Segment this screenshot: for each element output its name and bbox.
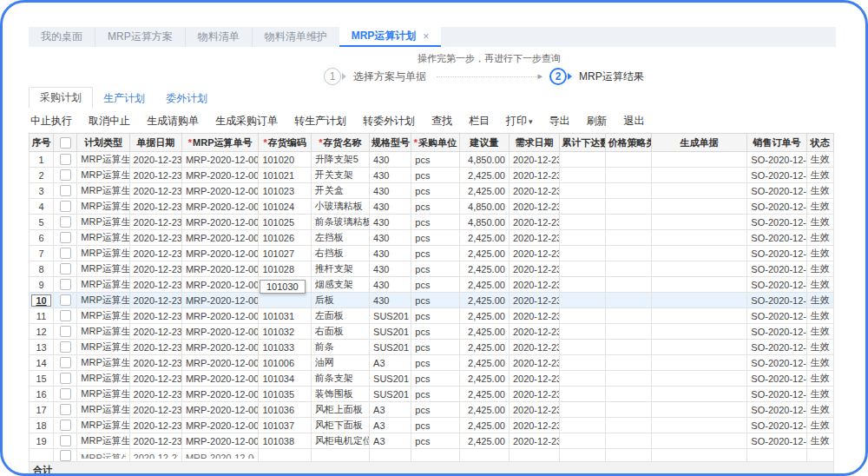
top-tab-1[interactable]: MRP运算方案: [95, 27, 185, 47]
cell-code: 101034: [259, 371, 311, 387]
table-row[interactable]: 5MRP运算生成2020-12-23MRP-2020-12-0021101025…: [30, 215, 834, 230]
cell-docDate: 2020-12-23: [129, 324, 181, 340]
table-row[interactable]: 17MRP运算生成2020-12-23MRP-2020-12-002110103…: [30, 402, 834, 418]
column-header-name[interactable]: *存货名称: [311, 134, 369, 152]
table-row[interactable]: 3MRP运算生成2020-12-23MRP-2020-12-0021101023…: [30, 183, 834, 199]
table-row[interactable]: 7MRP运算生成2020-12-23MRP-2020-12-0021101027…: [30, 246, 834, 261]
column-header-spec[interactable]: 规格型号: [370, 134, 411, 152]
cell-priceType: [606, 199, 651, 215]
cell-genDoc: [651, 199, 747, 215]
table-row[interactable]: 4MRP运算生成2020-12-23MRP-2020-12-0021101024…: [30, 199, 834, 215]
cell-genDoc: [651, 230, 747, 246]
tab-close-icon[interactable]: ×: [423, 30, 429, 43]
cell-check: [54, 387, 77, 402]
toolbar-button-5[interactable]: 转委外计划: [363, 114, 415, 129]
cell-demandDate: 2020-12-23: [509, 340, 559, 355]
top-tab-0[interactable]: 我的桌面: [29, 27, 95, 47]
row-checkbox[interactable]: [60, 420, 71, 431]
table-row[interactable]: 2MRP运算生成2020-12-23MRP-2020-12-0021101021…: [30, 168, 834, 183]
row-checkbox[interactable]: [60, 216, 71, 228]
row-checkbox[interactable]: [60, 388, 71, 400]
toolbar-button-6[interactable]: 查找: [431, 114, 452, 129]
column-header-priceType[interactable]: 价格策略类型: [606, 134, 651, 152]
column-header-code[interactable]: *存货编码: [259, 134, 311, 152]
table-row[interactable]: 19MRP运算生成2020-12-23MRP-2020-12-002110103…: [30, 433, 834, 449]
seq-edit-box[interactable]: 10: [31, 294, 50, 307]
column-header-demandDate[interactable]: 需求日期: [509, 134, 559, 152]
column-header-salesNo[interactable]: 销售订单号: [747, 134, 806, 152]
cell-check: [54, 355, 77, 371]
toolbar-button-9[interactable]: 导出: [549, 114, 570, 129]
table-row[interactable]: 12MRP运算生成2020-12-23MRP-2020-12-002110103…: [30, 324, 834, 340]
row-checkbox[interactable]: [60, 185, 71, 196]
subtab-0[interactable]: 采购计划: [29, 87, 93, 109]
toolbar-button-8[interactable]: 打印▾: [506, 114, 533, 129]
table-row[interactable]: 18MRP运算生成2020-12-23MRP-2020-12-002110103…: [30, 418, 834, 433]
row-checkbox[interactable]: [60, 450, 71, 461]
table-row[interactable]: 14MRP运算生成2020-12-23MRP-2020-12-002110100…: [30, 355, 834, 371]
cell-unit: pcs: [411, 418, 459, 433]
table-row[interactable]: 11MRP运算生成2020-12-23MRP-2020-12-002110103…: [30, 308, 834, 324]
row-checkbox[interactable]: [60, 310, 71, 321]
row-checkbox[interactable]: [60, 373, 71, 384]
column-header-planType[interactable]: 计划类型: [77, 134, 129, 152]
column-header-genDoc[interactable]: 生成单据: [651, 134, 747, 152]
cell-demandDate: 2020-12-23: [509, 183, 559, 199]
cell-check: [54, 168, 77, 183]
row-checkbox[interactable]: [60, 294, 71, 306]
toolbar-button-2[interactable]: 生成请购单: [147, 114, 199, 129]
top-tab-3[interactable]: 物料清单维护: [252, 27, 339, 47]
top-tab-2[interactable]: 物料清单: [185, 27, 252, 47]
cell-demandDate: 2020-12-23: [509, 418, 559, 433]
column-header-mrpNo[interactable]: *MRP运算单号: [181, 134, 258, 152]
toolbar-button-4[interactable]: 转生产计划: [294, 114, 346, 129]
row-checkbox[interactable]: [60, 154, 71, 165]
table-row[interactable]: 1MRP运算生成2020-12-23MRP-2020-12-0021101020…: [30, 152, 834, 168]
toolbar-button-3[interactable]: 生成采购订单: [215, 114, 278, 129]
toolbar-button-1[interactable]: 取消中止: [89, 114, 130, 129]
row-checkbox[interactable]: [60, 435, 71, 446]
row-checkbox[interactable]: [60, 169, 71, 181]
top-tab-4[interactable]: MRP运算计划×: [339, 27, 442, 47]
row-checkbox[interactable]: [60, 232, 71, 243]
cell-seq: 7: [30, 246, 54, 261]
table-row[interactable]: 8MRP运算生成2020-12-23MRP-2020-12-0021101028…: [30, 261, 834, 277]
column-header-qty[interactable]: 建议量: [459, 134, 509, 152]
row-checkbox[interactable]: [60, 279, 71, 290]
row-checkbox[interactable]: [60, 357, 71, 368]
cell-docDate: 2020-12-23: [129, 199, 181, 215]
cell-name: 前条: [311, 340, 369, 355]
cell-edit-popup[interactable]: 101030: [260, 280, 306, 294]
table-row[interactable]: 9MRP运算生成2020-12-23MRP-2020-12-0021101029…: [30, 277, 834, 293]
row-checkbox[interactable]: [60, 263, 71, 274]
cell-priceType: [606, 449, 651, 462]
subtab-2[interactable]: 委外计划: [155, 89, 218, 109]
toolbar-button-0[interactable]: 中止执行: [30, 114, 72, 129]
table-row[interactable]: 16MRP运算生成2020-12-23MRP-2020-12-002110103…: [30, 387, 834, 402]
toolbar-button-11[interactable]: 退出: [624, 114, 645, 129]
column-header-check[interactable]: [54, 134, 77, 152]
select-all-checkbox[interactable]: [60, 137, 71, 149]
table-row[interactable]: 6MRP运算生成2020-12-23MRP-2020-12-0021101026…: [30, 230, 834, 246]
table-row[interactable]: MRP运算生成2020-12-23MRP-2020-12-0021: [30, 449, 834, 462]
row-checkbox[interactable]: [60, 248, 71, 259]
column-header-seq[interactable]: 序号: [30, 134, 54, 152]
cell-docDate: 2020-12-23: [129, 308, 181, 324]
cell-name: 推杆支架: [311, 261, 369, 277]
table-row[interactable]: 15MRP运算生成2020-12-23MRP-2020-12-002110103…: [30, 371, 834, 387]
row-checkbox[interactable]: [60, 341, 71, 353]
column-header-status[interactable]: 状态: [806, 134, 833, 152]
toolbar-button-10[interactable]: 刷新: [587, 114, 608, 129]
table-row[interactable]: 10MRP运算生成2020-12-23MRP-2020-12-0021后板430…: [30, 293, 834, 308]
subtab-1[interactable]: 生产计划: [93, 89, 155, 109]
row-checkbox[interactable]: [60, 404, 71, 415]
column-header-cumQty[interactable]: 累计下达数量: [560, 134, 606, 152]
column-header-docDate[interactable]: 单据日期: [129, 134, 181, 152]
toolbar-button-7[interactable]: 栏目: [469, 114, 490, 129]
column-header-unit[interactable]: *采购单位: [411, 134, 459, 152]
row-checkbox[interactable]: [60, 326, 71, 337]
table-row[interactable]: 13MRP运算生成2020-12-23MRP-2020-12-002110103…: [30, 340, 834, 355]
row-checkbox[interactable]: [60, 201, 71, 212]
cell-demandDate: 2020-12-23: [509, 199, 559, 215]
required-mark: *: [319, 137, 322, 148]
